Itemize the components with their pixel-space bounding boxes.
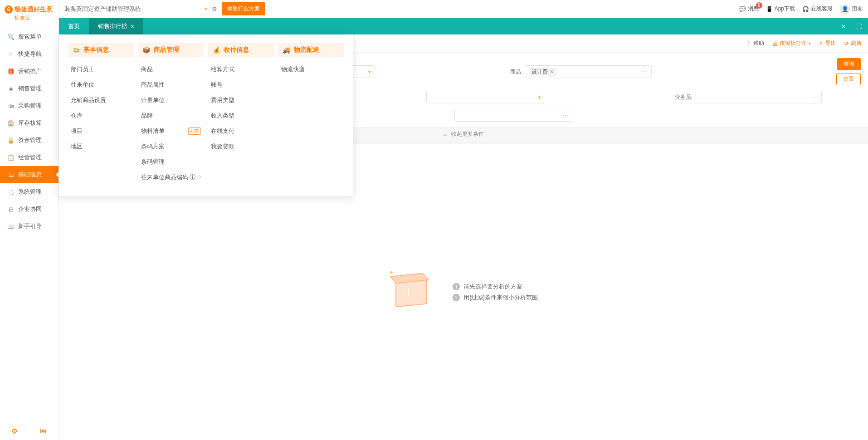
sidebar-item-0[interactable]: 🔍搜索菜单 bbox=[0, 28, 59, 45]
sidebar-item-1[interactable]: ⌂快捷导航 bbox=[0, 45, 59, 63]
home-icon: ⌂ bbox=[7, 50, 15, 58]
flyout-item-label: 往来单位 bbox=[71, 81, 94, 89]
headset-icon: 🎧 bbox=[802, 6, 809, 12]
empty-state: ✦ ･ : | 1请先选择要分析的方案 2用[过滤]条件来缩小分析范围 bbox=[389, 269, 537, 315]
sidebar-item-11[interactable]: 📖新手引导 bbox=[0, 218, 59, 235]
brand-edition: 标准版 bbox=[15, 15, 54, 21]
sidebar-item-5[interactable]: 🏠库存核算 bbox=[0, 114, 59, 132]
flyout-item[interactable]: 往来单位 bbox=[68, 77, 134, 93]
bag-icon: 🛍 bbox=[7, 102, 15, 109]
sidebar-item-2[interactable]: 🎁营销推广 bbox=[0, 63, 59, 80]
flyout-item[interactable]: 条码方案 bbox=[138, 139, 204, 154]
flyout-item-label: 项目 bbox=[71, 127, 83, 135]
flyout-item[interactable]: 我要贷款 bbox=[208, 139, 274, 154]
close-all-tabs-icon[interactable]: ✕ bbox=[838, 21, 849, 32]
sidebar-item-label: 营销推广 bbox=[18, 67, 42, 75]
flyout-item[interactable]: 收入类型 bbox=[208, 108, 274, 123]
book-icon: 📖 bbox=[7, 223, 15, 230]
more-icon[interactable]: ⋯ bbox=[812, 93, 819, 101]
more-icon[interactable]: ⋯ bbox=[562, 112, 569, 119]
section-icon: 📦 bbox=[142, 45, 151, 54]
sidebar-item-9[interactable]: ◌系统管理 bbox=[0, 183, 59, 200]
list-tag: 列表 bbox=[188, 127, 201, 135]
flyout-item[interactable]: 条码管理 bbox=[138, 154, 204, 170]
system-select[interactable]: 装备及固定资产辅助管理系统 ▾ bbox=[64, 5, 207, 13]
empty-illustration: ✦ ･ : | bbox=[389, 269, 439, 315]
fullscreen-icon[interactable]: ⛶ bbox=[853, 21, 864, 32]
query-button[interactable]: 查询 bbox=[837, 58, 861, 70]
print-template-button[interactable]: 🖨 按模板打印 ▾ bbox=[772, 39, 811, 47]
flyout-item[interactable]: 部门员工 bbox=[68, 62, 134, 77]
flyout-item[interactable]: 商品 bbox=[138, 62, 204, 77]
flyout-item[interactable]: 项目 bbox=[68, 123, 134, 139]
sidebar-item-8[interactable]: 🗂基础信息 bbox=[0, 166, 59, 183]
collapse-label: 收起更多条件 bbox=[451, 131, 484, 137]
flyout-item-label: 地区 bbox=[71, 142, 83, 151]
flyout-item[interactable]: 结算方式 bbox=[208, 62, 274, 77]
flyout-item[interactable]: 物料清单列表 bbox=[138, 123, 204, 139]
chip-remove-icon[interactable]: ✕ bbox=[550, 69, 554, 75]
export-button[interactable]: ⇪ 导出 bbox=[819, 39, 836, 47]
circle-icon: ◌ bbox=[7, 188, 15, 196]
chevron-down-icon: ▾ bbox=[205, 6, 207, 12]
collapse-sidebar-icon[interactable]: ⏮ bbox=[40, 427, 47, 435]
flyout-heading-label: 基本信息 bbox=[83, 46, 109, 54]
system-settings-icon[interactable]: ⚙ bbox=[212, 5, 217, 12]
flyout-item[interactable]: 在线支付 bbox=[208, 123, 274, 139]
settings-gear-icon[interactable]: ⚙ bbox=[11, 427, 18, 435]
sidebar-item-label: 采购管理 bbox=[18, 102, 42, 110]
sidebar-item-6[interactable]: 🔒资金管理 bbox=[0, 132, 59, 149]
flyout-item[interactable]: 品牌 bbox=[138, 108, 204, 123]
industry-plan-button[interactable]: 体验行业方案 bbox=[222, 2, 265, 15]
flyout-item[interactable]: 账号 bbox=[208, 77, 274, 93]
online-support-button[interactable]: 🎧 在线客服 bbox=[802, 5, 833, 13]
lock-icon: 🔒 bbox=[7, 137, 15, 144]
sidebar-item-label: 企业协同 bbox=[18, 205, 42, 213]
messages-button[interactable]: 💬 消息 6 bbox=[739, 5, 759, 13]
flyout-item[interactable]: 物流快递 bbox=[278, 62, 344, 77]
flyout-item-label: 条码方案 bbox=[141, 142, 165, 151]
sidebar-item-label: 搜索菜单 bbox=[18, 33, 42, 41]
extra-input[interactable]: ⋯ bbox=[454, 109, 572, 122]
flyout-item[interactable]: 允销商品设置 bbox=[68, 93, 134, 108]
sidebar-item-3[interactable]: ◈销售管理 bbox=[0, 80, 59, 97]
flyout-item-label: 允销商品设置 bbox=[71, 96, 106, 104]
phone-icon: 📱 bbox=[766, 6, 773, 12]
sidebar-item-4[interactable]: 🛍采购管理 bbox=[0, 97, 59, 114]
flyout-heading: 🚚物流配送 bbox=[278, 43, 344, 57]
avatar-icon: 👤 bbox=[840, 4, 850, 14]
flyout-item[interactable]: 仓库 bbox=[68, 108, 134, 123]
tab-0[interactable]: 首页 bbox=[59, 18, 89, 34]
more-icon[interactable]: ⋯ bbox=[642, 68, 649, 75]
filter-settings-button[interactable]: 设置 bbox=[836, 73, 861, 85]
step-1-text: 请先选择要分析的方案 bbox=[463, 283, 522, 291]
flyout-item[interactable]: 计量单位 bbox=[138, 93, 204, 108]
flyout-item[interactable]: 往来单位商品编码 ⓘ? bbox=[138, 170, 204, 185]
flyout-item-label: 物流快递 bbox=[281, 65, 305, 73]
nav: 🔍搜索菜单⌂快捷导航🎁营销推广◈销售管理🛍采购管理🏠库存核算🔒资金管理📋经营管理… bbox=[0, 25, 59, 422]
flyout-item-label: 收入类型 bbox=[211, 112, 234, 120]
step-2-text: 用[过滤]条件来缩小分析范围 bbox=[463, 293, 537, 302]
sidebar-item-7[interactable]: 📋经营管理 bbox=[0, 149, 59, 166]
sales-input[interactable]: ⋯ bbox=[695, 91, 822, 103]
help-button[interactable]: ❔ 帮助 bbox=[745, 39, 764, 47]
minus-icon: ⊟ bbox=[7, 205, 15, 213]
sidebar-item-10[interactable]: ⊟企业协同 bbox=[0, 200, 59, 218]
chat-icon: 💬 bbox=[739, 6, 746, 12]
user-menu[interactable]: 👤 用友 bbox=[840, 4, 863, 14]
tab-close-icon[interactable]: ✕ bbox=[130, 24, 134, 29]
refresh-button[interactable]: ⟳ 刷新 bbox=[844, 39, 862, 47]
section-icon: 🚚 bbox=[282, 45, 291, 54]
flyout-item[interactable]: 商品属性 bbox=[138, 77, 204, 93]
flyout-item-label: 条码管理 bbox=[141, 158, 165, 166]
sidebar-item-label: 销售管理 bbox=[18, 84, 42, 93]
sidebar-footer: ⚙ ⏮ bbox=[0, 422, 59, 440]
flyout-item[interactable]: 费用类型 bbox=[208, 93, 274, 108]
flyout-item[interactable]: 地区 bbox=[68, 139, 134, 154]
product-input[interactable]: 设计费 ✕ ⋯ bbox=[525, 65, 652, 78]
app-download-button[interactable]: 📱 App下载 bbox=[766, 5, 795, 13]
extra-select[interactable]: ▾ bbox=[426, 91, 544, 103]
help-icon[interactable]: ? bbox=[198, 175, 201, 180]
flyout-col-3: 🚚物流配送物流快递 bbox=[278, 43, 344, 185]
tab-1[interactable]: 销售排行榜✕ bbox=[89, 18, 143, 34]
